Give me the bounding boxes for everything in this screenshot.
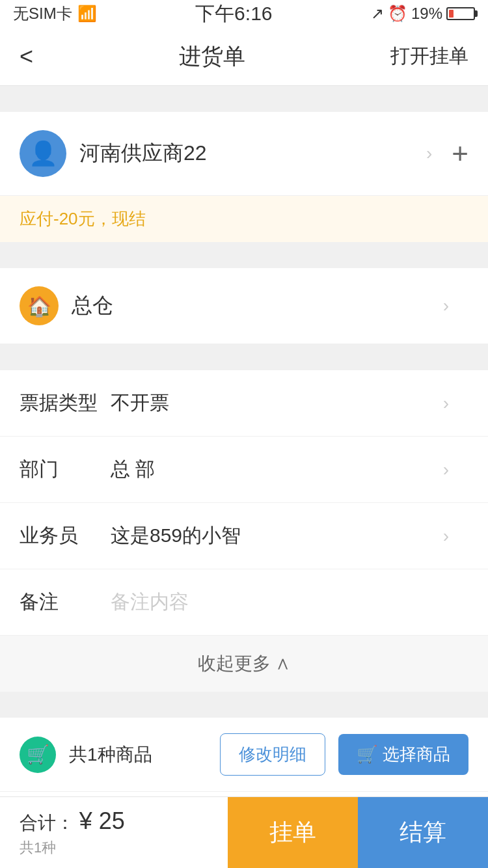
total-section: 合计： ¥ 25 共1种 bbox=[0, 807, 228, 858]
avatar-icon: 👤 bbox=[29, 140, 58, 167]
product-count: 共1种商品 bbox=[69, 742, 220, 767]
dept-value: 总 部 bbox=[111, 456, 443, 483]
product-header: 🛒 共1种商品 修改明细 🛒 选择商品 bbox=[0, 718, 488, 792]
info-banner: 应付-20元，现结 bbox=[0, 196, 488, 242]
supplier-name: 河南供应商22 bbox=[79, 139, 426, 168]
carrier-text: 无SIM卡 bbox=[13, 3, 72, 24]
supplier-avatar: 👤 bbox=[20, 130, 66, 177]
select-product-label: 选择商品 bbox=[383, 743, 450, 766]
chevron-right-icon-dept: › bbox=[443, 459, 449, 480]
nav-bar: < 进货单 打开挂单 bbox=[0, 27, 488, 86]
checkout-button[interactable]: 结算 bbox=[358, 797, 488, 869]
status-left: 无SIM卡 📶 bbox=[13, 3, 97, 24]
bottom-bar: 合计： ¥ 25 共1种 挂单 结算 bbox=[0, 796, 488, 868]
battery-percent: 19% bbox=[411, 5, 442, 23]
remark-placeholder: 备注内容 bbox=[111, 589, 468, 616]
invoice-type-label: 票据类型 bbox=[20, 390, 98, 416]
select-product-button[interactable]: 🛒 选择商品 bbox=[338, 734, 468, 775]
remark-row[interactable]: 备注 备注内容 bbox=[0, 569, 488, 636]
status-bar: 无SIM卡 📶 下午6:16 ↗ ⏰ 19% bbox=[0, 0, 488, 27]
chevron-right-icon-invoice: › bbox=[443, 393, 449, 414]
status-right: ↗ ⏰ 19% bbox=[371, 5, 475, 23]
sales-row[interactable]: 业务员 这是859的小智 › bbox=[0, 503, 488, 569]
warehouse-row[interactable]: 🏠 总仓 › bbox=[0, 268, 488, 344]
open-pending-button[interactable]: 打开挂单 bbox=[390, 43, 468, 70]
product-icon: 🛒 bbox=[20, 737, 56, 773]
remark-label: 备注 bbox=[20, 589, 98, 616]
alarm-icon: ⏰ bbox=[388, 5, 407, 23]
invoice-type-value: 不开票 bbox=[111, 390, 443, 416]
chevron-right-icon-sales: › bbox=[443, 526, 449, 547]
collapse-label: 收起更多 ∧ bbox=[198, 651, 291, 676]
total-amount: ¥ 25 bbox=[79, 807, 125, 834]
house-icon: 🏠 bbox=[27, 295, 51, 318]
wifi-icon: 📶 bbox=[77, 5, 97, 23]
cart-icon: 🛒 bbox=[27, 744, 49, 765]
back-button[interactable]: < bbox=[20, 43, 33, 70]
warehouse-icon: 🏠 bbox=[20, 286, 59, 325]
battery-icon bbox=[446, 7, 475, 20]
edit-detail-button[interactable]: 修改明细 bbox=[220, 733, 325, 776]
dept-label: 部门 bbox=[20, 456, 98, 483]
warehouse-section: 🏠 总仓 › bbox=[0, 268, 488, 344]
location-icon: ↗ bbox=[371, 5, 384, 23]
hang-order-button[interactable]: 挂单 bbox=[228, 797, 358, 869]
total-row: 合计： ¥ 25 bbox=[20, 807, 208, 835]
page-title: 进货单 bbox=[179, 42, 245, 72]
chevron-right-icon: › bbox=[426, 143, 432, 164]
sales-label: 业务员 bbox=[20, 522, 98, 549]
status-time: 下午6:16 bbox=[195, 1, 272, 27]
dept-row[interactable]: 部门 总 部 › bbox=[0, 437, 488, 503]
warehouse-name: 总仓 bbox=[72, 292, 443, 320]
supplier-section: 👤 河南供应商22 › + 应付-20元，现结 bbox=[0, 112, 488, 242]
form-section: 票据类型 不开票 › 部门 总 部 › 业务员 这是859的小智 › 备注 备注… bbox=[0, 370, 488, 692]
select-icon: 🛒 bbox=[357, 744, 377, 765]
supplier-row[interactable]: 👤 河南供应商22 › + bbox=[0, 112, 488, 196]
add-supplier-button[interactable]: + bbox=[452, 137, 468, 170]
chevron-right-icon-warehouse: › bbox=[443, 295, 449, 316]
total-count: 共1种 bbox=[20, 838, 208, 858]
invoice-type-row[interactable]: 票据类型 不开票 › bbox=[0, 370, 488, 437]
sales-value: 这是859的小智 bbox=[111, 522, 443, 549]
collapse-row[interactable]: 收起更多 ∧ bbox=[0, 636, 488, 692]
total-label: 合计： bbox=[20, 813, 74, 833]
